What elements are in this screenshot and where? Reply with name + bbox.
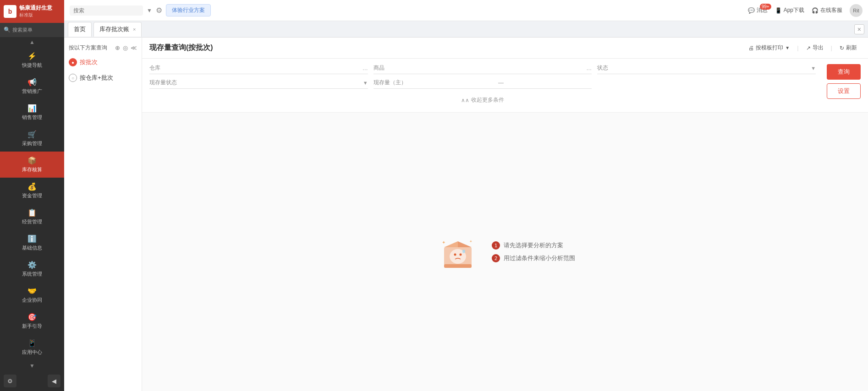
export-icon: ↗	[806, 45, 811, 51]
collapse-solution-icon[interactable]: ≪	[131, 44, 137, 51]
status-label: 状态	[597, 64, 608, 72]
marketing-icon: 📢	[27, 78, 37, 87]
refresh-label: 刷新	[846, 44, 857, 52]
add-solution-icon[interactable]: ⊕	[115, 44, 120, 51]
svg-rect-3	[444, 264, 472, 268]
sidebar-item-marketing[interactable]: 📢 营销推广	[0, 73, 64, 99]
messages-item[interactable]: 💬 消息 99+	[748, 6, 768, 14]
tip-text-2: 用过滤条件来缩小分析范围	[504, 254, 575, 262]
sidebar-scroll-up[interactable]: ▲	[0, 37, 64, 47]
sidebar-item-quick-nav[interactable]: ⚡ 快捷导航	[0, 47, 64, 73]
sidebar-item-label: 新手引导	[22, 323, 42, 330]
sidebar-item-sales[interactable]: 📊 销售管理	[0, 99, 64, 125]
content-area: 按以下方案查询 ⊕ ◎ ≪ ● 按批次 ○ 按仓库+批次 现存量查询(按批次)	[64, 38, 868, 391]
solution-by-batch-icon: ●	[69, 58, 77, 66]
svg-marker-1	[444, 241, 458, 247]
close-panel-button[interactable]: ×	[854, 24, 864, 34]
sidebar-item-enterprise[interactable]: 🤝 企业协同	[0, 282, 64, 308]
tab-close-icon[interactable]: ×	[133, 27, 136, 32]
operations-icon: 📋	[27, 208, 37, 217]
sidebar-item-label: 资金管理	[22, 192, 42, 199]
sidebar-search[interactable]: 🔍 搜索菜单	[0, 23, 64, 37]
sidebar-scroll-down[interactable]: ▼	[0, 361, 64, 371]
messages-badge: 99+	[760, 4, 771, 10]
sidebar-item-label: 采购管理	[22, 140, 42, 147]
right-panel: 现存量查询(按批次) 🖨 按模板打印 ▼ | ↗ 导出 | ↻	[142, 38, 868, 391]
goods-filter: 商品 …	[374, 64, 592, 74]
stock-amount-min[interactable]	[410, 80, 495, 86]
sidebar-item-label: 库存核算	[22, 166, 42, 173]
empty-state: ✦ ✦ 1 请先选择要分析的方案 2 用过滤条件来缩小分析范围	[142, 113, 868, 391]
settings-solution-icon[interactable]: ◎	[123, 44, 128, 51]
sidebar-item-label: 快捷导航	[22, 62, 42, 69]
tab-bar: 首页 库存批次账 × ×	[64, 21, 868, 38]
page-header: 现存量查询(按批次) 🖨 按模板打印 ▼ | ↗ 导出 | ↻	[142, 38, 868, 59]
sidebar-item-basic-info[interactable]: ℹ️ 基础信息	[0, 230, 64, 256]
topbar: ▼ ⚙ 体验行业方案 💬 消息 99+ 📱 App下载 🎧 在线客服 Rit	[64, 0, 868, 21]
refresh-btn[interactable]: ↻ 刷新	[836, 42, 861, 54]
settings-footer-button[interactable]: ⚙	[4, 375, 16, 387]
stock-status-dropdown-icon: ▼	[363, 80, 368, 86]
collapse-sidebar-button[interactable]: ◀	[48, 375, 60, 387]
sidebar-item-new-user[interactable]: 🎯 新手引导	[0, 308, 64, 334]
main-area: ▼ ⚙ 体验行业方案 💬 消息 99+ 📱 App下载 🎧 在线客服 Rit	[64, 0, 868, 391]
empty-tips: 1 请先选择要分析的方案 2 用过滤条件来缩小分析范围	[492, 241, 575, 262]
sidebar-item-purchase[interactable]: 🛒 采购管理	[0, 125, 64, 152]
sidebar-item-label: 基础信息	[22, 244, 42, 251]
sidebar-header: b 畅康通好生意 标准版	[0, 0, 64, 23]
basic-info-icon: ℹ️	[27, 234, 37, 243]
export-btn[interactable]: ↗ 导出	[802, 42, 827, 54]
topbar-settings-icon[interactable]: ⚙	[156, 6, 162, 15]
warehouse-more-icon[interactable]: …	[363, 65, 368, 71]
app-logo: b	[4, 5, 16, 18]
filter-row-2: 现存量状态 ▼ 现存量（主） —	[149, 79, 816, 89]
goods-more-icon[interactable]: …	[586, 65, 592, 71]
tip-num-1: 1	[492, 241, 500, 250]
stock-status-filter[interactable]: 现存量状态 ▼	[149, 79, 368, 89]
app-download-icon: 📱	[775, 7, 782, 14]
empty-illustration: ✦ ✦	[435, 231, 481, 272]
stock-amount-max[interactable]	[506, 80, 592, 86]
tip-num-2: 2	[492, 254, 500, 262]
empty-tip-1: 1 请先选择要分析的方案	[492, 241, 575, 250]
tab-home[interactable]: 首页	[68, 22, 92, 37]
tip-text-1: 请先选择要分析的方案	[504, 241, 563, 250]
status-dropdown-icon: ▼	[811, 65, 816, 71]
empty-tip-2: 2 用过滤条件来缩小分析范围	[492, 254, 575, 262]
topbar-search-area[interactable]	[70, 5, 143, 16]
left-panel-header: 按以下方案查询 ⊕ ◎ ≪	[64, 41, 142, 54]
collapse-filter-row[interactable]: ∧∧ 收起更多条件	[149, 93, 816, 107]
active-tab-label: 库存批次账	[99, 25, 129, 33]
svg-text:✦: ✦	[469, 239, 472, 244]
online-service-item[interactable]: 🎧 在线客服	[812, 6, 842, 14]
print-dropdown-icon: ▼	[785, 45, 790, 50]
sidebar-item-app-center[interactable]: 📱 应用中心	[0, 334, 64, 360]
sidebar-item-operations[interactable]: 📋 经营管理	[0, 204, 64, 230]
settings-button[interactable]: 设置	[827, 83, 861, 99]
sidebar-item-finance[interactable]: 💰 资金管理	[0, 178, 64, 204]
sidebar-items: ⚡ 快捷导航 📢 营销推广 📊 销售管理 🛒 采购管理 📦 库存核算 💰 资金管…	[0, 47, 64, 361]
query-button[interactable]: 查询	[827, 64, 861, 80]
trial-btn[interactable]: 体验行业方案	[166, 4, 211, 16]
user-profile-item[interactable]: Rit	[850, 4, 863, 17]
warehouse-input[interactable]	[164, 65, 363, 71]
sidebar-item-wechat[interactable]: 💬 企业微信	[0, 360, 64, 361]
app-download-item[interactable]: 📱 App下载	[775, 6, 804, 14]
svg-text:✦: ✦	[442, 240, 445, 245]
topbar-search-input[interactable]	[73, 7, 139, 14]
topbar-dropdown-icon[interactable]: ▼	[147, 7, 152, 14]
empty-svg: ✦ ✦	[435, 231, 481, 272]
print-template-btn[interactable]: 🖨 按模板打印 ▼	[745, 42, 793, 54]
status-filter[interactable]: 状态 ▼	[597, 64, 816, 74]
enterprise-icon: 🤝	[27, 287, 37, 295]
sidebar-item-system[interactable]: ⚙️ 系统管理	[0, 256, 64, 282]
goods-input[interactable]	[388, 65, 587, 71]
user-name: Rit	[853, 8, 859, 13]
solution-item-by-warehouse-batch[interactable]: ○ 按仓库+批次	[64, 70, 142, 86]
sidebar-item-inventory[interactable]: 📦 库存核算	[0, 152, 64, 178]
chevron-up-icon: ∧∧	[461, 97, 469, 103]
solution-item-by-batch[interactable]: ● 按批次	[64, 54, 142, 70]
tab-inventory-batch[interactable]: 库存批次账 ×	[93, 22, 142, 37]
tab-close-panel: ×	[854, 24, 864, 34]
user-avatar: Rit	[850, 4, 863, 17]
